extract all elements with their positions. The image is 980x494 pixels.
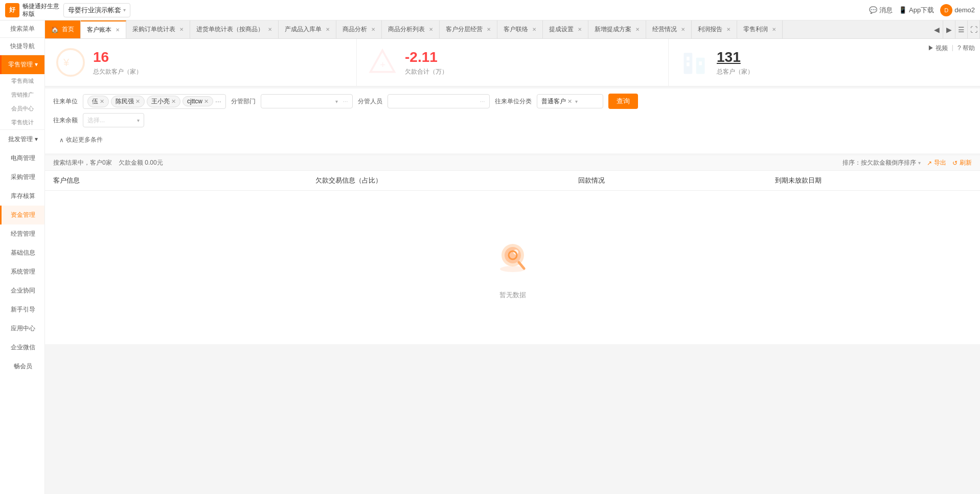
filter-dept-select[interactable]: ▾ ··· [261,94,353,108]
filter-label-dept: 分管部门 [231,97,256,106]
stat-card-debt: + -2.11 欠款合计（万） [357,39,669,86]
filter-tag-cjttcw-close[interactable]: ✕ [204,98,209,105]
tab-close-profit-report[interactable]: ✕ [726,27,731,32]
chevron-down-icon: ▾ [123,7,126,13]
filter-unit-class-select[interactable]: 普通客户 ✕ ▾ [537,94,603,108]
sidebar: 搜索菜单 快捷导航 零售管理 ▾ 零售商城 营销推广 会员中心 零售统计 批发管… [0,20,45,494]
tab-operation-status[interactable]: 经营情况 ✕ [646,20,692,39]
tab-next-btn[interactable]: ▶ [943,20,955,39]
table-header: 客户信息 欠款交易信息（占比） 回款情况 到期未放款日期 [45,171,980,191]
tab-prev-btn[interactable]: ◀ [931,20,943,39]
tab-close-tip-settings[interactable]: ✕ [578,27,582,32]
sidebar-sub-retail-stats[interactable]: 零售统计 [0,116,44,129]
sidebar-item-enterprise-wechat[interactable]: 企业微信 [0,338,44,357]
sidebar-item-system[interactable]: 系统管理 [0,262,44,281]
export-button[interactable]: ↗ 导出 [927,159,946,167]
tab-cost-instock[interactable]: 产成品入库单 ✕ [279,20,336,39]
sidebar-item-new-guide[interactable]: 新手引导 [0,300,44,319]
tab-menu-btn[interactable]: ☰ [955,20,968,39]
tab-close-new-tip-plan[interactable]: ✕ [635,27,640,32]
sidebar-sub-member[interactable]: 会员中心 [0,102,44,116]
col-repayment: 回款情况 [578,176,775,185]
col-customer-info: 客户信息 [53,176,315,185]
app-download-button[interactable]: 📱 App下载 [899,6,934,15]
filter-balance-select[interactable]: 选择... ▾ [83,113,144,127]
svg-text:¥: ¥ [63,56,70,68]
tab-close-purchase-order-stats[interactable]: ✕ [179,27,184,32]
export-icon: ↗ [927,160,932,167]
svg-point-11 [505,247,521,263]
tab-close-customer-book[interactable]: ✕ [116,27,120,33]
empty-icon [492,236,533,284]
tab-close-operation-status[interactable]: ✕ [681,27,685,32]
filter-person-select[interactable]: ··· [388,94,490,108]
tab-close-retail-profit[interactable]: ✕ [772,27,776,32]
tab-close-customer-segment[interactable]: ✕ [487,27,491,32]
filter-more-btn[interactable]: ··· [215,97,221,105]
avatar: D [940,4,952,16]
filter-tag-wu-close[interactable]: ✕ [100,98,104,105]
tab-product-analysis[interactable]: 商品分析 ✕ [336,20,382,39]
user-avatar[interactable]: D demo2 [940,4,975,16]
filter-unit-tags[interactable]: 伍 ✕ 陈民强 ✕ 王小亮 ✕ cjttcw ✕ [83,94,226,109]
refresh-button[interactable]: ↺ 刷新 [952,159,972,167]
sort-button[interactable]: 排序：按欠款金额倒序排序 ▾ [842,159,921,167]
tab-customer-contact[interactable]: 客户联络 ✕ [497,20,543,39]
svg-point-0 [57,49,84,76]
filter-label-unit: 往来单位 [53,97,78,106]
sidebar-group-wholesale: 批发管理 ▾ [0,129,44,149]
sidebar-item-operations[interactable]: 经营管理 [0,224,44,243]
filter-tag-chen-close[interactable]: ✕ [135,98,140,105]
tab-profit-report[interactable]: 利润报告 ✕ [692,20,737,39]
tab-new-tip-plan[interactable]: 新增提成方案 ✕ [588,20,646,39]
sidebar-sub-marketing[interactable]: 营销推广 [0,88,44,102]
sort-chevron-icon: ▾ [918,160,921,166]
sidebar-sub-retail-mall[interactable]: 零售商城 [0,74,44,88]
dept-more-icon: ··· [343,98,348,105]
tab-customer-book[interactable]: 客户账本 ✕ [81,20,126,39]
tab-inventory-stats[interactable]: 进货单统计表（按商品） ✕ [190,20,279,39]
result-actions: 排序：按欠款金额倒序排序 ▾ ↗ 导出 ↺ 刷新 [842,159,972,167]
tab-close-product-analysis-list[interactable]: ✕ [429,27,433,32]
sidebar-item-app-center[interactable]: 应用中心 [0,319,44,338]
result-summary: 搜索结果中，客户0家 欠款金额 0.00元 [53,159,163,167]
tab-tip-settings[interactable]: 提成设置 ✕ [543,20,588,39]
result-bar: 搜索结果中，客户0家 欠款金额 0.00元 排序：按欠款金额倒序排序 ▾ ↗ 导… [45,155,980,171]
sidebar-item-finance[interactable]: 资金管理 [0,206,44,224]
filter-unit-class-close[interactable]: ✕ [567,98,572,105]
help-btn[interactable]: ? 帮助 [958,44,975,53]
query-button[interactable]: 查询 [608,94,638,109]
video-btn[interactable]: ▶ 视频 [928,44,948,53]
col-due-date: 到期未放款日期 [775,176,972,185]
filter-row-2: 往来余额 选择... ▾ [53,113,972,127]
sidebar-item-inventory[interactable]: 库存核算 [0,187,44,206]
tab-home[interactable]: 🏠 首页 [45,20,81,39]
tab-retail-profit[interactable]: 零售利润 ✕ [737,20,783,39]
tab-fullscreen-btn[interactable]: ⛶ [968,20,980,39]
tab-bar: 🏠 首页 客户账本 ✕ 采购订单统计表 ✕ 进货单统计表（按商品） ✕ 产成品入… [45,20,980,39]
tab-close-product-analysis[interactable]: ✕ [371,27,375,32]
sidebar-item-member-vip[interactable]: 畅会员 [0,357,44,376]
tab-customer-segment[interactable]: 客户分层经营 ✕ [440,20,497,39]
stat-icon-customers: ¥ [55,47,86,78]
sidebar-item-basic-info[interactable]: 基础信息 [0,243,44,262]
sidebar-item-enterprise-collab[interactable]: 企业协同 [0,281,44,300]
sidebar-search[interactable]: 搜索菜单 [0,20,44,38]
tab-product-analysis-list[interactable]: 商品分析列表 ✕ [382,20,440,39]
top-bar: 好 畅捷通好生意 标版 母婴行业演示帐套 ▾ 💬 消息 📱 App下载 D de… [0,0,980,20]
sidebar-item-purchase[interactable]: 采购管理 [0,168,44,187]
message-button[interactable]: 💬 消息 [869,6,893,15]
sidebar-item-ecommerce[interactable]: 电商管理 [0,149,44,168]
tab-close-customer-contact[interactable]: ✕ [532,27,536,32]
collapse-filters-btn[interactable]: ∧ 收起更多条件 [53,133,972,146]
filter-label-unit-class: 往来单位分类 [495,97,532,106]
sidebar-item-retail-mgmt[interactable]: 零售管理 ▾ [0,55,44,74]
filter-tag-wang-close[interactable]: ✕ [171,98,176,105]
store-selector[interactable]: 母婴行业演示帐套 ▾ [63,3,130,17]
tab-close-cost-instock[interactable]: ✕ [326,27,330,32]
tab-close-inventory-stats[interactable]: ✕ [268,27,272,32]
stats-row: ¥ 16 总欠款客户（家） + [45,39,980,86]
sidebar-quick-nav[interactable]: 快捷导航 [0,38,44,55]
sidebar-item-wholesale[interactable]: 批发管理 ▾ [0,130,44,149]
tab-purchase-order-stats[interactable]: 采购订单统计表 ✕ [126,20,190,39]
